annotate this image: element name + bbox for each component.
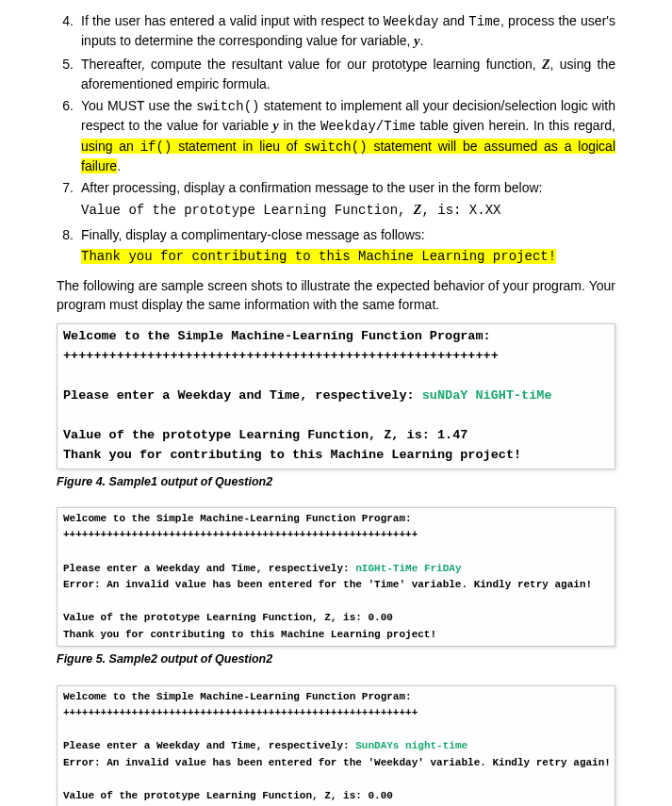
text: Value of the prototype Learning Function… (81, 203, 414, 218)
text: and (439, 13, 469, 28)
out-line: Value of the prototype Learning Function… (63, 428, 467, 442)
output-sample-2: Welcome to the Simple Machine-Learning F… (57, 507, 615, 648)
out-line: Value of the prototype Learning Function… (63, 790, 393, 801)
figure-caption-5: Figure 5. Sample2 output of Question2 (57, 650, 615, 667)
out-line: Please enter a Weekday and Time, respect… (63, 740, 355, 751)
out-line: Error: An invalid value has been entered… (63, 757, 611, 768)
out-line: Welcome to the Simple Machine-Learning F… (63, 329, 491, 343)
out-line: Welcome to the Simple Machine-Learning F… (63, 513, 412, 524)
list-number: 8. (57, 225, 81, 244)
user-input: suNDaY NiGHT-tiMe (422, 388, 552, 403)
out-line: Please enter a Weekday and Time, respect… (63, 388, 422, 403)
list-number: 6. (57, 96, 81, 175)
list-body: If the user has entered a valid input wi… (81, 11, 615, 52)
text: , is: X.XX (421, 203, 500, 218)
text: If the user has entered a valid input wi… (81, 13, 384, 28)
text: . (117, 158, 121, 173)
text: . (420, 33, 424, 48)
output-sample-3: Welcome to the Simple Machine-Learning F… (57, 685, 615, 806)
code-switch: switch() (196, 99, 259, 114)
intro-paragraph: The following are sample screen shots to… (57, 276, 615, 315)
list-body: Thereafter, compute the resultant value … (81, 55, 615, 94)
out-line: Welcome to the Simple Machine-Learning F… (63, 691, 412, 702)
out-line: ++++++++++++++++++++++++++++++++++++++++… (63, 707, 418, 718)
text: in the (279, 118, 320, 133)
text: table given herein. In this regard, (416, 118, 615, 133)
out-line: Thank you for contributing to this Machi… (63, 448, 521, 462)
output-sample-1: Welcome to the Simple Machine-Learning F… (57, 323, 615, 469)
text: You MUST use the (81, 98, 196, 113)
list-item-6: 6. You MUST use the switch() statement t… (57, 96, 615, 175)
out-line: ++++++++++++++++++++++++++++++++++++++++… (63, 349, 499, 363)
list-number: 5. (57, 55, 81, 94)
text: statement in lieu of (172, 139, 303, 154)
code-switch: switch() (303, 140, 367, 155)
list-body: Finally, display a complimentary-close m… (81, 225, 615, 244)
code-time: Time (468, 14, 500, 29)
list-item-5: 5. Thereafter, compute the resultant val… (57, 55, 615, 94)
user-input: nIGHt-TiMe FriDAy (355, 563, 461, 574)
list-item-4: 4. If the user has entered a valid input… (57, 11, 615, 52)
text: Thereafter, compute the resultant value … (81, 57, 542, 72)
list-body: You MUST use the switch() statement to i… (81, 96, 615, 175)
code-weekday-time: Weekday/Time (320, 119, 416, 134)
highlight-close: Thank you for contributing to this Machi… (81, 249, 556, 264)
list-item-8: 8. Finally, display a complimentary-clos… (57, 225, 615, 244)
list-body: After processing, display a confirmation… (81, 178, 615, 197)
user-input: SunDAYs night-time (355, 740, 467, 751)
highlight-warning: using an if() statement in lieu of switc… (81, 139, 615, 173)
list-item-7: 7. After processing, display a confirmat… (57, 178, 615, 197)
out-line: Value of the prototype Learning Function… (63, 612, 393, 623)
code-if: if() (140, 140, 172, 155)
out-line: Error: An invalid value has been entered… (63, 579, 592, 590)
list-number: 4. (57, 11, 81, 52)
code-output-template: Value of the prototype Learning Function… (81, 201, 615, 220)
text: using an (81, 139, 140, 154)
out-line: Thank you for contributing to this Machi… (63, 629, 436, 640)
list-number: 7. (57, 178, 81, 197)
out-line: ++++++++++++++++++++++++++++++++++++++++… (63, 529, 418, 540)
var-z: Z (542, 58, 550, 72)
code-close-message: Thank you for contributing to this Machi… (81, 247, 615, 266)
figure-caption-4: Figure 4. Sample1 output of Question2 (57, 473, 615, 490)
out-line: Please enter a Weekday and Time, respect… (63, 563, 355, 574)
code-weekday: Weekday (384, 14, 439, 29)
